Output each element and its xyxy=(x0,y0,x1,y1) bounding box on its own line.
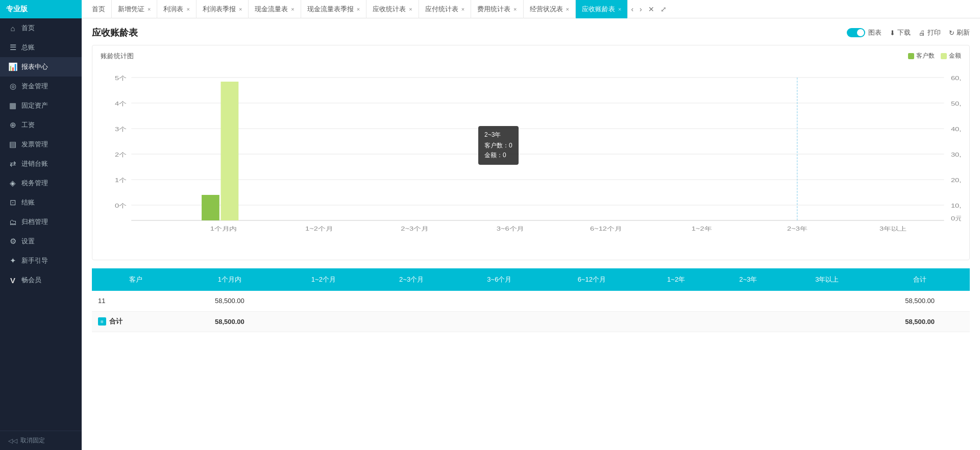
total-total: 58,500.00 xyxy=(870,311,970,332)
sidebar-item-report[interactable]: 📊 报表中心 xyxy=(0,57,82,77)
total-label-text: 合计 xyxy=(109,317,122,326)
svg-text:0元: 0元 xyxy=(951,215,961,222)
tab-home[interactable]: 首页 xyxy=(86,0,112,18)
sidebar-label-inout: 进销台账 xyxy=(21,159,48,168)
tab-profit-quarter-close[interactable]: × xyxy=(239,6,242,12)
guide-icon: ✦ xyxy=(8,256,17,265)
tab-biz-status[interactable]: 经营状况表 × xyxy=(524,0,576,18)
sidebar-item-fund[interactable]: ◎ 资金管理 xyxy=(0,77,82,96)
legend-label-amount: 金额 xyxy=(949,52,961,60)
sidebar-item-salary[interactable]: ⊕ 工资 xyxy=(0,115,82,135)
tab-ap-stat-close[interactable]: × xyxy=(461,6,464,12)
tab-expense[interactable]: 费用统计表 × xyxy=(471,0,523,18)
svg-text:2~3年: 2~3年 xyxy=(787,226,807,232)
print-icon: 🖨 xyxy=(919,29,925,37)
toggle-track[interactable] xyxy=(847,28,865,37)
svg-text:3个: 3个 xyxy=(115,126,127,133)
tab-ar-aging[interactable]: 应收账龄表 × xyxy=(576,0,628,18)
tab-ar-stat[interactable]: 应收统计表 × xyxy=(366,0,419,18)
refresh-icon: ↻ xyxy=(949,29,954,37)
sidebar-item-asset[interactable]: ▦ 固定资产 xyxy=(0,96,82,115)
ledger-icon: ☰ xyxy=(8,43,17,52)
sidebar: 专业版 ⌂ 首页 ☰ 总账 📊 报表中心 ◎ 资金管理 ▦ 固定资产 ⊕ 工资 … xyxy=(0,0,82,450)
col-total: 合计 xyxy=(870,268,970,291)
sidebar-item-tax[interactable]: ◈ 税务管理 xyxy=(0,173,82,193)
tab-voucher-close[interactable]: × xyxy=(148,6,151,12)
sidebar-item-close[interactable]: ⊡ 结账 xyxy=(0,193,82,212)
tab-bar: 首页 新增凭证 × 利润表 × 利润表季报 × 现金流量表 × 现金流量表季报 … xyxy=(82,0,980,18)
sidebar-item-archive[interactable]: 🗂 归档管理 xyxy=(0,212,82,232)
chart-legend: 客户数 金额 xyxy=(908,52,961,60)
tab-cashflow-label: 现金流量表 xyxy=(255,5,288,14)
tab-next-btn[interactable]: › xyxy=(636,0,645,18)
sidebar-label-close: 结账 xyxy=(21,198,35,207)
sidebar-item-invoice[interactable]: ▤ 发票管理 xyxy=(0,135,82,154)
tab-prev-btn[interactable]: ‹ xyxy=(628,0,636,18)
sidebar-pin-toggle[interactable]: ◁◁ 取消固定 xyxy=(0,431,82,450)
chart-toggle[interactable]: 图表 xyxy=(847,28,881,37)
tab-ar-aging-close[interactable]: × xyxy=(618,6,621,12)
sidebar-item-guide[interactable]: ✦ 新手引导 xyxy=(0,251,82,270)
sidebar-item-inout[interactable]: ⇄ 进销台账 xyxy=(0,154,82,173)
tab-profit-quarter-label: 利润表季报 xyxy=(203,5,236,14)
legend-amount: 金额 xyxy=(941,52,961,60)
page-title: 应收账龄表 xyxy=(92,27,138,39)
report-icon: 📊 xyxy=(8,62,17,71)
toggle-thumb xyxy=(857,29,864,36)
tab-profit-quarter[interactable]: 利润表季报 × xyxy=(197,0,249,18)
download-button[interactable]: ⬇ 下载 xyxy=(890,28,911,37)
print-button[interactable]: 🖨 打印 xyxy=(919,28,941,37)
setting-icon: ⚙ xyxy=(8,237,17,246)
svg-text:3年以上: 3年以上 xyxy=(879,226,906,232)
refresh-button[interactable]: ↻ 刷新 xyxy=(949,28,970,37)
tab-biz-status-close[interactable]: × xyxy=(566,6,569,12)
invoice-icon: ▤ xyxy=(8,140,17,149)
tab-cashflow-quarter[interactable]: 现金流量表季报 × xyxy=(301,0,366,18)
sidebar-label-setting: 设置 xyxy=(21,237,35,246)
total-year23 xyxy=(712,311,784,332)
download-label: 下载 xyxy=(897,28,911,37)
data-table: 客户 1个月内 1~2个月 2~3个月 3~6个月 6~12个月 1~2年 2~… xyxy=(92,268,970,332)
table-row: 11 58,500.00 58,500.00 xyxy=(92,291,970,311)
sidebar-item-setting[interactable]: ⚙ 设置 xyxy=(0,232,82,251)
tab-profit-close[interactable]: × xyxy=(186,6,189,12)
sidebar-item-ledger[interactable]: ☰ 总账 xyxy=(0,38,82,57)
sidebar-label-asset: 固定资产 xyxy=(21,101,48,110)
page-content: 应收账龄表 图表 ⬇ 下载 🖨 打印 xyxy=(82,18,980,450)
tab-expense-close[interactable]: × xyxy=(513,6,517,12)
col-year12: 1~2年 xyxy=(640,268,712,291)
sidebar-label-invoice: 发票管理 xyxy=(21,140,48,149)
cell-total: 58,500.00 xyxy=(870,291,970,311)
tab-expense-label: 费用统计表 xyxy=(477,5,510,14)
home-icon: ⌂ xyxy=(8,24,17,33)
sidebar-label-ledger: 总账 xyxy=(21,43,35,52)
svg-text:0个: 0个 xyxy=(115,203,127,209)
table-total-row: ≡ 合计 58,500.00 58,500.00 xyxy=(92,311,970,332)
print-label: 打印 xyxy=(927,28,941,37)
sidebar-label-salary: 工资 xyxy=(21,120,35,130)
tab-ar-stat-close[interactable]: × xyxy=(409,6,412,12)
close-accounts-icon: ⊡ xyxy=(8,198,17,207)
tab-voucher[interactable]: 新增凭证 × xyxy=(112,0,157,18)
tab-cashflow-quarter-close[interactable]: × xyxy=(357,6,360,12)
sidebar-logo: 专业版 xyxy=(0,0,82,18)
svg-text:60,000.00元: 60,000.00元 xyxy=(951,75,961,82)
col-month1: 1个月内 xyxy=(180,268,280,291)
tab-maximize-btn[interactable]: ⤢ xyxy=(657,0,670,18)
col-year3plus: 3年以上 xyxy=(784,268,870,291)
tab-close-all-btn[interactable]: ✕ xyxy=(645,0,657,18)
sidebar-item-vip[interactable]: V 畅会员 xyxy=(0,270,82,290)
chart-title: 账龄统计图 xyxy=(101,52,961,61)
sidebar-item-home[interactable]: ⌂ 首页 xyxy=(0,18,82,38)
tab-cashflow-close[interactable]: × xyxy=(291,6,294,12)
tab-profit[interactable]: 利润表 × xyxy=(157,0,196,18)
tab-ar-aging-label: 应收账龄表 xyxy=(582,5,615,14)
tab-ap-stat[interactable]: 应付统计表 × xyxy=(419,0,471,18)
col-month12: 1~2个月 xyxy=(280,268,368,291)
tab-biz-status-label: 经营状况表 xyxy=(530,5,563,14)
tab-cashflow[interactable]: 现金流量表 × xyxy=(249,0,301,18)
col-customer: 客户 xyxy=(92,268,180,291)
svg-text:30,000.00元: 30,000.00元 xyxy=(951,152,961,158)
page-header: 应收账龄表 图表 ⬇ 下载 🖨 打印 xyxy=(92,27,970,39)
cell-year3plus xyxy=(784,291,870,311)
